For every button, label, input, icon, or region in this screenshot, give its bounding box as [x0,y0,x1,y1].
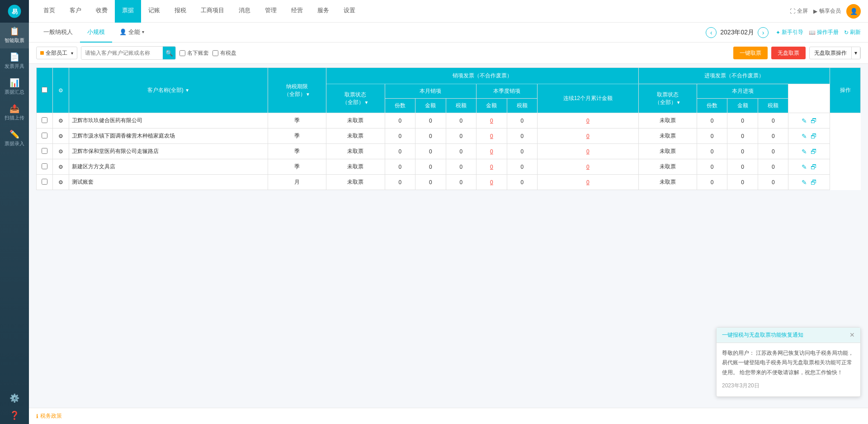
search-wrapper: 🔍 [81,46,176,60]
period-next-btn[interactable]: › [758,27,769,38]
member-btn[interactable]: ▶ 畅享会员 [813,7,841,15]
row-purchase-month-amount-cell: 0 [727,144,758,159]
period-prev-btn[interactable]: ‹ [706,27,717,38]
search-input[interactable] [81,47,163,59]
row-checkbox-cell[interactable] [37,175,53,190]
col-sale-status-header: 取票状态（全部）▼ [326,84,385,113]
row-checkbox-cell[interactable] [37,129,53,144]
row-purchase-month-tax-cell: 0 [758,113,788,129]
nav-business[interactable]: 工商项目 [193,0,231,23]
row-checkbox-cell[interactable] [37,144,53,159]
row-cumulative-cell: 0 [538,113,638,129]
row-checkbox[interactable] [42,179,47,185]
nav-settings[interactable]: 设置 [336,0,363,23]
notification-date: 2023年3月20日 [722,381,855,391]
nodisk-fetch-button[interactable]: 无盘取票 [771,47,806,59]
my-account-filter[interactable]: 名下账套 [179,49,209,57]
sidebar-item-ticket-entry[interactable]: ✏️ 票据录入 [0,126,29,152]
nav-tax[interactable]: 报税 [167,0,193,23]
user-avatar[interactable]: 👤 [846,4,861,19]
edit-icon[interactable]: ✎ [802,133,807,140]
subtab-general[interactable]: 一般纳税人 [36,23,80,43]
edit-icon[interactable]: ✎ [802,179,807,186]
fullscreen-btn[interactable]: ⛶ 全屏 [790,7,808,15]
tax-policy-link[interactable]: ℹ 税务政策 [36,412,62,420]
row-checkbox-cell[interactable] [37,113,53,129]
row-period-cell: 季 [268,113,326,129]
edit-icon[interactable]: ✎ [802,148,807,155]
filter-dot [40,51,44,55]
nav-fee[interactable]: 收费 [89,0,115,23]
manual-action[interactable]: 📖 操作手册 [809,29,839,36]
row-name-cell: 新建区方方文具店 [69,159,268,175]
select-all-checkbox[interactable] [42,87,47,93]
search-button[interactable]: 🔍 [163,47,175,59]
employee-filter[interactable]: 全部员工 ▾ [36,47,77,59]
nav-service[interactable]: 服务 [310,0,336,23]
row-purchase-month-amount-cell: 0 [727,113,758,129]
nav-manage[interactable]: 管理 [258,0,284,23]
sale-quarter-amount-link[interactable]: 0 [490,179,493,186]
row-sale-month-count-cell: 0 [385,144,415,159]
col-sale-month-count: 份数 [385,99,415,113]
guide-action[interactable]: ✦ 新手引导 [776,29,803,36]
sale-quarter-amount-link[interactable]: 0 [490,164,493,170]
settings-bottom-icon: ⚙️ [9,394,19,402]
cumulative-link[interactable]: 0 [586,148,590,155]
nav-message[interactable]: 消息 [231,0,258,23]
row-checkbox[interactable] [42,133,47,138]
sidebar-item-help[interactable]: ❓ [8,407,21,424]
sale-quarter-amount-link[interactable]: 0 [490,133,493,139]
logo[interactable]: 易 [0,0,29,23]
sidebar-item-invoice-issue[interactable]: 📄 发票开具 [0,48,29,74]
row-checkbox[interactable] [42,148,47,154]
dropdown-icon: ▾ [142,29,144,34]
nodisk-ops-dropdown[interactable]: 无盘取票操作 ▾ [809,47,861,59]
cumulative-link[interactable]: 0 [586,133,590,139]
nav-ticket[interactable]: 票据 [115,0,141,23]
sidebar-item-settings-bottom[interactable]: ⚙️ [8,390,21,407]
toolbar: 全部员工 ▾ 🔍 名下账套 有税盘 一键取票 无盘取票 无 [29,43,868,64]
row-purchase-month-count-cell: 0 [697,175,727,190]
subtab-all[interactable]: 👤 全能 ▾ [112,23,151,43]
view-icon[interactable]: 🗗 [811,133,817,140]
subtabs-right-actions: ✦ 新手引导 📖 操作手册 ↻ 刷新 [776,29,861,36]
cumulative-link[interactable]: 0 [586,118,590,124]
cumulative-link[interactable]: 0 [586,179,590,186]
nav-bookkeeping[interactable]: 记账 [141,0,167,23]
row-checkbox-cell[interactable] [37,159,53,175]
sale-quarter-amount-link[interactable]: 0 [490,148,493,155]
nav-home[interactable]: 首页 [36,0,62,23]
sidebar-item-scan-upload[interactable]: 📤 扫描上传 [0,100,29,126]
view-icon[interactable]: 🗗 [811,117,817,124]
sidebar-item-smart-ticket[interactable]: 📋 智能取票 [0,23,29,48]
row-checkbox[interactable] [42,117,47,123]
my-account-checkbox[interactable] [179,50,185,56]
row-gear-cell: ⚙ [53,144,69,159]
has-disk-checkbox[interactable] [212,50,218,56]
col-sale-header: 销项发票（不合作废票） [326,68,638,84]
row-checkbox[interactable] [42,163,47,169]
edit-icon[interactable]: ✎ [802,117,807,124]
subtab-small[interactable]: 小规模 [80,23,112,43]
table-row: ⚙ 测试账套 月 未取票 0 0 0 0 0 0 未取票 0 0 0 ✎ 🗗 [37,175,861,190]
col-sale-quarter-amount: 金额 [476,99,507,113]
period-navigation: ‹ 2023年02月 › [706,27,769,38]
view-icon[interactable]: 🗗 [811,179,817,186]
notification-close-btn[interactable]: ✕ [849,331,855,338]
refresh-action[interactable]: ↻ 刷新 [844,29,861,36]
view-icon[interactable]: 🗗 [811,163,817,171]
sale-quarter-amount-link[interactable]: 0 [490,118,493,124]
view-icon[interactable]: 🗗 [811,148,817,155]
cumulative-link[interactable]: 0 [586,164,590,170]
nav-operation[interactable]: 经营 [284,0,310,23]
row-purchase-month-tax-cell: 0 [758,175,788,190]
edit-icon[interactable]: ✎ [802,163,807,171]
row-sale-status-cell: 未取票 [326,175,385,190]
onekey-fetch-button[interactable]: 一键取票 [733,47,768,59]
has-disk-filter[interactable]: 有税盘 [212,49,236,57]
sidebar-item-ticket-summary[interactable]: 📊 票据汇总 [0,74,29,100]
nav-customer[interactable]: 客户 [62,0,89,23]
manual-icon: 📖 [809,29,816,36]
row-sale-quarter-tax-cell: 0 [507,159,538,175]
